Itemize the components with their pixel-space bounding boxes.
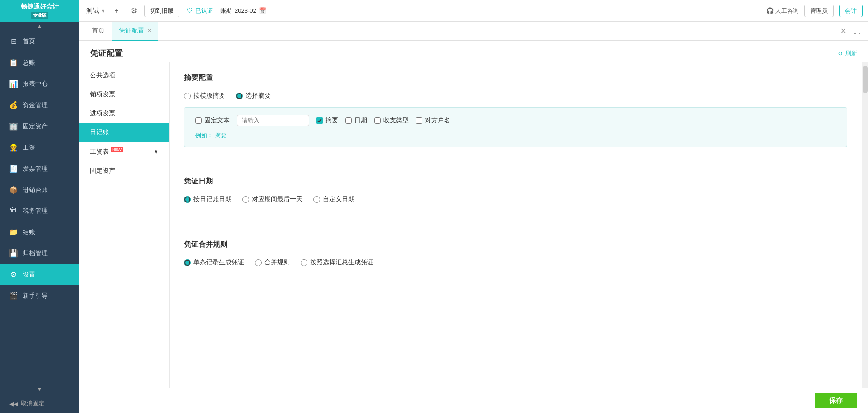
new-badge: NEW — [111, 147, 123, 152]
project-selector[interactable]: 测试 ▾ — [86, 7, 104, 15]
radio-by-select-input[interactable] — [301, 259, 307, 266]
customer-service[interactable]: 🎧 人工咨询 — [766, 7, 799, 15]
fixed-text-checkbox[interactable] — [195, 117, 202, 124]
sidebar-item-invoices[interactable]: 🧾 发票管理 — [0, 158, 79, 179]
checkbox-type[interactable]: 收支类型 — [374, 117, 409, 125]
project-name: 测试 — [86, 7, 99, 15]
expand-icon[interactable]: ⛶ — [852, 25, 863, 37]
sidebar-item-settings[interactable]: ⚙ 设置 — [0, 264, 79, 285]
assets-icon: 🏢 — [9, 122, 18, 131]
accountant-button[interactable]: 会计 — [839, 5, 863, 17]
page-content: 凭证配置 ↻ 刷新 公共选项 销项发票 进项发票 日记账 工资表NEW ∨ — [79, 41, 868, 413]
nav-item-public[interactable]: 公共选项 — [79, 66, 169, 85]
nav-item-purchase-invoice[interactable]: 进项发票 — [79, 104, 169, 123]
nav-item-sales-invoice[interactable]: 销项发票 — [79, 85, 169, 104]
service-label: 人工咨询 — [775, 7, 799, 15]
sidebar-item-salary[interactable]: 👷 工资 — [0, 137, 79, 158]
radio-merge-rule[interactable]: 合并规则 — [255, 258, 290, 267]
sidebar-item-funds[interactable]: 💰 资金管理 — [0, 94, 79, 116]
sidebar-item-sales[interactable]: 📦 进销台账 — [0, 179, 79, 201]
summary-checkbox[interactable] — [316, 117, 323, 124]
admin-button[interactable]: 管理员 — [804, 5, 834, 17]
cancel-fixed-label: 取消固定 — [21, 399, 44, 408]
cancel-fixed-button[interactable]: ◀◀ 取消固定 — [0, 394, 79, 413]
radio-last-day-input[interactable] — [242, 196, 249, 203]
sidebar-item-assets[interactable]: 🏢 固定资产 — [0, 116, 79, 137]
summary-checkbox-label: 摘要 — [326, 117, 338, 125]
nav-item-payroll[interactable]: 工资表NEW ∨ — [79, 142, 169, 161]
sidebar-item-reports[interactable]: 📊 报表中心 — [0, 73, 79, 94]
tab-close-icon[interactable]: × — [148, 28, 151, 34]
period-value: 2023-02 — [235, 7, 256, 14]
radio-by-select[interactable]: 按照选择汇总生成凭证 — [301, 258, 373, 267]
sidebar-scroll-up[interactable]: ▲ — [0, 22, 79, 31]
radio-template-summary[interactable]: 按模版摘要 — [184, 92, 225, 100]
date-radio-group: 按日记账日期 对应期间最后一天 自定义日期 — [184, 195, 847, 203]
nav-item-journal[interactable]: 日记账 — [79, 123, 169, 142]
window-close-icon[interactable]: ✕ — [839, 25, 848, 37]
tabbar: 首页 凭证配置 × ✕ ⛶ — [79, 22, 868, 41]
radio-single[interactable]: 单条记录生成凭证 — [184, 258, 244, 267]
sidebar-label-assets: 固定资产 — [23, 122, 48, 131]
save-button[interactable]: 保存 — [815, 393, 857, 408]
settings-nav-icon: ⚙ — [9, 270, 18, 279]
counterpart-checkbox[interactable] — [416, 117, 422, 124]
tab-home[interactable]: 首页 — [85, 22, 112, 41]
certification-status: 🛡 已认证 — [187, 7, 213, 15]
sidebar-item-close[interactable]: 📁 结账 — [0, 221, 79, 243]
funds-icon: 💰 — [9, 101, 18, 109]
checkbox-fixed-text[interactable]: 固定文本 — [195, 117, 230, 125]
add-icon[interactable]: + — [110, 4, 123, 18]
sidebar-item-home[interactable]: ⊞ 首页 — [0, 31, 79, 52]
right-scrollbar[interactable] — [862, 62, 868, 388]
nav-item-fixed-assets[interactable]: 固定资产 — [79, 161, 169, 180]
radio-template-input[interactable] — [184, 93, 191, 99]
radio-custom-date[interactable]: 自定义日期 — [313, 195, 354, 203]
radio-select-input[interactable] — [236, 93, 243, 99]
refresh-button[interactable]: ↻ 刷新 — [838, 49, 857, 57]
radio-journal-date[interactable]: 按日记账日期 — [184, 195, 231, 203]
calendar-icon[interactable]: 📅 — [259, 7, 266, 14]
radio-single-input[interactable] — [184, 259, 191, 266]
switch-version-button[interactable]: 切到旧版 — [144, 5, 179, 17]
sidebar-item-ledger[interactable]: 📋 总账 — [0, 52, 79, 73]
sidebar-scroll-down[interactable]: ▼ — [0, 385, 79, 394]
checkbox-counterpart[interactable]: 对方户名 — [416, 117, 450, 125]
fixed-text-input[interactable] — [237, 115, 309, 126]
checkbox-date[interactable]: 日期 — [345, 117, 367, 125]
sidebar-label-reports: 报表中心 — [23, 80, 48, 88]
date-checkbox[interactable] — [345, 117, 352, 124]
radio-last-day[interactable]: 对应期间最后一天 — [242, 195, 302, 203]
radio-custom-date-input[interactable] — [313, 196, 320, 203]
refresh-label: 刷新 — [845, 49, 857, 57]
radio-select-summary[interactable]: 选择摘要 — [236, 92, 271, 100]
radio-template-label: 按模版摘要 — [193, 92, 225, 100]
fixed-text-label: 固定文本 — [204, 117, 230, 125]
scroll-thumb — [863, 66, 868, 93]
merge-radio-group: 单条记录生成凭证 合并规则 按照选择汇总生成凭证 — [184, 258, 847, 267]
archive-icon: 💾 — [9, 249, 18, 258]
checkbox-summary[interactable]: 摘要 — [316, 117, 338, 125]
page-header: 凭证配置 ↻ 刷新 — [79, 41, 868, 62]
page-title: 凭证配置 — [90, 48, 123, 59]
payroll-label: 工资表NEW — [90, 147, 123, 156]
radio-merge-rule-input[interactable] — [255, 259, 262, 266]
logo-text-line1: 畅捷通好会计 — [21, 3, 59, 11]
sidebar-item-tax[interactable]: 🏛 税务管理 — [0, 201, 79, 221]
sidebar-item-guide[interactable]: 🎬 新手引导 — [0, 285, 79, 306]
date-section-title: 凭证日期 — [184, 177, 847, 186]
type-checkbox[interactable] — [374, 117, 381, 124]
radio-journal-date-input[interactable] — [184, 196, 191, 203]
tab-voucher-config[interactable]: 凭证配置 × — [112, 22, 158, 41]
tab-home-label: 首页 — [92, 27, 104, 35]
sidebar-item-archive[interactable]: 💾 归档管理 — [0, 243, 79, 264]
date-label: 日期 — [354, 117, 367, 125]
topbar-right: 🎧 人工咨询 管理员 会计 — [766, 5, 863, 17]
close-accounts-icon: 📁 — [9, 228, 18, 236]
sidebar-label-funds: 资金管理 — [23, 101, 48, 109]
summary-options: 固定文本 摘要 日期 — [195, 115, 836, 126]
chevron-down-icon: ▾ — [102, 8, 104, 14]
sidebar: ▲ ⊞ 首页 📋 总账 📊 报表中心 💰 资金管理 🏢 固定资产 — [0, 22, 79, 413]
sidebar-label-salary: 工资 — [23, 144, 35, 152]
settings-icon[interactable]: ⚙ — [127, 4, 141, 18]
